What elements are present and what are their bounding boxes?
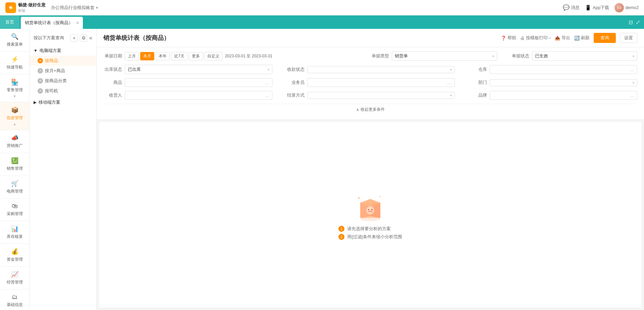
dept-chevron: [633, 81, 634, 85]
sidebar-item-sales[interactable]: 💹 销售管理: [0, 153, 29, 176]
sidebar-item-finance[interactable]: 💰 资金管理: [0, 244, 29, 267]
svg-point-4: [371, 209, 373, 210]
product-input[interactable]: …: [125, 78, 272, 87]
dept-select[interactable]: [490, 79, 637, 86]
page-title: 销货单统计表（按商品）: [103, 34, 170, 42]
filter-row-4: 收货人 … 结算方式: [103, 91, 637, 100]
refresh-icon: 🔄: [574, 36, 580, 41]
empty-hint-1: 1 请先选择要分析的方案: [338, 226, 402, 232]
finance-icon: 💰: [11, 248, 18, 255]
tab-active[interactable]: 销货单统计表（按商品） ×: [21, 17, 83, 29]
sidebar-item-wholesale[interactable]: 📦 批发管理 ▴: [0, 102, 29, 130]
sidebar-item-marketing[interactable]: 📣 营销推广: [0, 130, 29, 153]
app-download-button[interactable]: 📱 App下载: [585, 5, 609, 11]
left-panel: 按以下方案查询 + ⚙ « ▼ 电脑端方案: [30, 29, 97, 310]
tree-item-by-category[interactable]: 商 按商品分类: [30, 76, 96, 86]
user-menu[interactable]: Ea demo2: [614, 3, 639, 12]
minimize-icon: ⊟: [629, 19, 633, 25]
date-btn-7days[interactable]: 近7天: [171, 52, 187, 60]
settings-scheme-button[interactable]: ⚙: [80, 34, 87, 42]
warehouse-dots-icon[interactable]: …: [630, 67, 634, 72]
date-btn-more[interactable]: 更多: [189, 52, 203, 60]
staff-dots-icon[interactable]: …: [447, 80, 452, 85]
date-btn-this-year[interactable]: 本年: [156, 52, 170, 60]
panel-actions: + ⚙ «: [70, 34, 92, 42]
product-dots-icon[interactable]: …: [265, 80, 269, 85]
warehouse-input[interactable]: …: [490, 65, 637, 74]
avatar: Ea: [614, 3, 624, 12]
filter-area: 单据日期 上月 本月 本年 近7天 更多 自定义 2023-03-01 至 20…: [97, 47, 644, 119]
top-nav-right: 💬 消息 📱 App下载 Ea demo2: [563, 3, 639, 12]
brand-input[interactable]: …: [490, 91, 637, 100]
filter-row-3: 商品 … 业务员 …: [103, 78, 637, 87]
tab-expand[interactable]: ⊟ ⤢: [625, 15, 644, 29]
logo-icon: 畅: [5, 2, 16, 13]
sidebar-item-base[interactable]: 🗂 基础信息: [0, 290, 29, 310]
quick-nav-icon: ⚡: [11, 56, 18, 63]
refresh-button[interactable]: 🔄 刷新: [574, 35, 590, 41]
collapse-up-icon: ∧: [356, 107, 359, 112]
help-button[interactable]: ❓ 帮助: [501, 35, 516, 41]
svg-text:✦: ✦: [357, 195, 361, 201]
tab-home[interactable]: 首页: [0, 15, 19, 29]
receiver-input[interactable]: …: [125, 91, 272, 100]
industry-selector[interactable]: 办公用品行业模拟账套 ▾: [48, 3, 101, 12]
print-dropdown-icon: ▾: [549, 36, 551, 40]
sidebar-item-purchase[interactable]: 🛍 采购管理: [0, 199, 29, 221]
wholesale-icon: 📦: [11, 106, 18, 114]
filter-staff: 业务员 …: [286, 78, 455, 87]
sidebar-item-quick[interactable]: ⚡ 快捷导航: [0, 52, 29, 74]
sidebar-item-ecommerce[interactable]: 🛒 电商管理: [0, 176, 29, 199]
svg-point-2: [366, 206, 374, 214]
search-icon: 🔍: [11, 33, 18, 40]
collapse-more-filters[interactable]: ∧ 收起更多条件: [103, 104, 637, 115]
collapse-panel-button[interactable]: «: [89, 35, 92, 41]
settings-button[interactable]: 设置: [620, 33, 637, 43]
staff-input[interactable]: …: [307, 78, 455, 87]
query-button[interactable]: 查询: [594, 33, 616, 43]
warehouse-out-select[interactable]: 已出库: [125, 65, 272, 74]
logo-text: 畅捷·做好生意 标版: [18, 2, 46, 13]
doc-type-select[interactable]: 销货单: [392, 51, 497, 61]
panel-header: 按以下方案查询 + ⚙ «: [30, 32, 96, 44]
message-icon: 💬: [563, 4, 570, 11]
print-icon: 🖨: [520, 36, 525, 41]
empty-svg: ✦ ✦: [354, 190, 387, 223]
tree-desktop-section[interactable]: ▼ 电脑端方案: [30, 46, 96, 56]
export-button[interactable]: 📤 导出: [555, 35, 570, 41]
retail-icon: 🏪: [11, 79, 18, 86]
tree-mobile-section[interactable]: ▶ 移动端方案: [30, 97, 96, 107]
filter-warehouse-out: 出库状态 已出库: [103, 65, 272, 74]
payment-status-select[interactable]: [307, 66, 455, 73]
receiver-dots-icon[interactable]: …: [265, 93, 269, 98]
date-btn-custom[interactable]: 自定义: [204, 52, 222, 60]
add-scheme-button[interactable]: +: [70, 34, 78, 42]
payment-chevron: [450, 68, 452, 71]
message-button[interactable]: 💬 消息: [563, 4, 580, 11]
doc-status-select[interactable]: 已生效: [532, 51, 637, 61]
date-btn-this-month[interactable]: 本月: [140, 52, 154, 60]
sidebar-item-inventory[interactable]: 📊 库存核算: [0, 221, 29, 244]
tree-item-by-product[interactable]: 按 按商品: [30, 56, 96, 66]
sidebar-item-search[interactable]: 🔍 搜索菜单: [0, 29, 29, 52]
help-icon: ❓: [501, 36, 506, 41]
template-print-button[interactable]: 🖨 按模板打印 ▾: [520, 35, 551, 41]
sidebar-item-retail[interactable]: 🏪 零售管理 ▾: [0, 74, 29, 102]
brand-dots-icon[interactable]: …: [630, 93, 634, 98]
tab-close-icon[interactable]: ×: [76, 20, 79, 25]
filter-brand: 品牌 …: [468, 91, 637, 100]
filter-payment-method: 结算方式: [286, 92, 455, 99]
filter-doc-status: 单据状态 已生效: [511, 51, 637, 61]
tab-bar: 首页 销货单统计表（按商品） × ⊟ ⤢: [0, 15, 644, 29]
mobile-arrow-icon: ▶: [34, 100, 37, 105]
expand-icon: ⤢: [636, 19, 640, 25]
payment-method-select[interactable]: [307, 92, 455, 99]
content-area: 按以下方案查询 + ⚙ « ▼ 电脑端方案: [30, 29, 644, 310]
tree-item-by-unit[interactable]: 司 按司机: [30, 86, 96, 96]
date-btn-last-month[interactable]: 上月: [125, 52, 139, 60]
tree-item-by-month-product[interactable]: 月 按月+商品: [30, 66, 96, 76]
marketing-icon: 📣: [11, 134, 18, 142]
tree-section: ▼ 电脑端方案 按 按商品 月 按月+商品 商 按商品分类 司 按司机: [30, 44, 96, 97]
filter-row-2: 出库状态 已出库 收款状态: [103, 65, 637, 74]
sidebar-item-operation[interactable]: 📈 经营管理: [0, 267, 29, 290]
